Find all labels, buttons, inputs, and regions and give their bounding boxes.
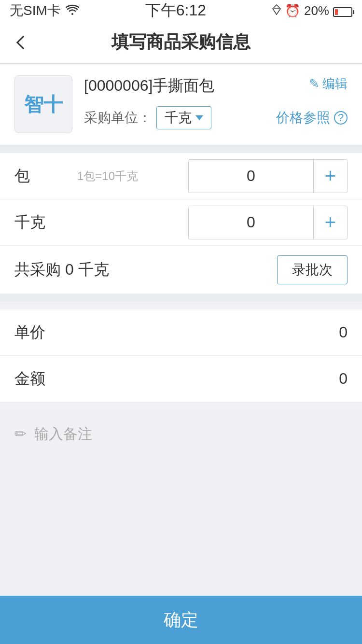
kg-input-right: 0 +	[188, 206, 348, 239]
battery-icon	[333, 3, 352, 18]
purchase-unit-row: 采购单位： 千克 价格参照 ?	[84, 106, 348, 129]
product-info: [0000006]手撕面包 ✎ 编辑 采购单位： 千克 价格参照 ?	[84, 75, 348, 129]
carrier-text: 无SIM卡	[10, 1, 61, 20]
bao-input-field[interactable]: 0	[188, 159, 314, 193]
summary-row: 共采购 0 千克 录批次	[0, 246, 362, 294]
unit-select[interactable]: 千克	[156, 106, 211, 129]
product-name: [0000006]手撕面包	[84, 75, 214, 97]
unit-price-label: 单价	[14, 322, 45, 343]
edit-icon: ✎	[309, 76, 320, 91]
price-ref-button[interactable]: 价格参照 ?	[276, 109, 348, 127]
section-divider-1	[0, 145, 362, 153]
unit-select-arrow-icon	[195, 115, 203, 120]
bao-input-row: 包 1包=10千克 0 +	[0, 153, 362, 199]
product-card: 智十 [0000006]手撕面包 ✎ 编辑 采购单位： 千克	[0, 64, 362, 145]
page-title: 填写商品采购信息	[39, 30, 323, 54]
purchase-unit-label: 采购单位：	[84, 109, 152, 127]
back-arrow-icon	[16, 35, 30, 49]
unit-price-value: 0	[339, 323, 348, 341]
kg-plus-button[interactable]: +	[314, 206, 348, 239]
product-image: 智十	[14, 75, 72, 133]
amount-label: 金额	[14, 368, 45, 390]
amount-row: 金额 0	[0, 356, 362, 402]
remark-placeholder: 输入备注	[34, 424, 92, 444]
pencil-icon: ✏	[14, 425, 27, 442]
product-edit-button[interactable]: ✎ 编辑	[309, 75, 348, 92]
section-divider-2	[0, 294, 362, 302]
bao-plus-button[interactable]: +	[314, 159, 348, 193]
alarm-icon: ⏰	[285, 3, 300, 18]
unit-value: 千克	[165, 109, 192, 127]
status-bar: 无SIM卡 下午6:12 ⏰ 20%	[0, 0, 362, 21]
bao-label: 包	[14, 166, 72, 187]
back-button[interactable]	[0, 21, 39, 64]
remark-section[interactable]: ✏ 输入备注	[0, 410, 362, 506]
unit-price-row: 单价 0	[0, 309, 362, 356]
location-icon	[272, 3, 281, 18]
status-bar-right: ⏰ 20%	[272, 3, 352, 18]
wifi-icon	[66, 3, 79, 18]
bao-input-right: 0 +	[188, 159, 348, 193]
product-logo: 智十	[24, 91, 63, 118]
product-name-row: [0000006]手撕面包 ✎ 编辑	[84, 75, 348, 97]
confirm-button[interactable]: 确定	[0, 596, 362, 644]
status-bar-time: 下午6:12	[145, 0, 206, 21]
status-bar-left: 无SIM卡	[10, 1, 79, 20]
battery-text: 20%	[304, 3, 329, 18]
bao-input-section: 包 1包=10千克 0 + 千克 0 +	[0, 153, 362, 246]
kg-label: 千克	[14, 212, 72, 233]
batch-button[interactable]: 录批次	[277, 255, 348, 284]
nav-bar: 填写商品采购信息	[0, 21, 362, 64]
price-section: 单价 0 金额 0	[0, 309, 362, 402]
kg-input-row: 千克 0 +	[0, 199, 362, 246]
amount-value: 0	[339, 370, 348, 388]
kg-input-field[interactable]: 0	[188, 206, 314, 239]
summary-text: 共采购 0 千克	[14, 259, 109, 280]
bao-sublabel: 1包=10千克	[77, 168, 138, 184]
price-ref-help-icon: ?	[334, 111, 348, 125]
